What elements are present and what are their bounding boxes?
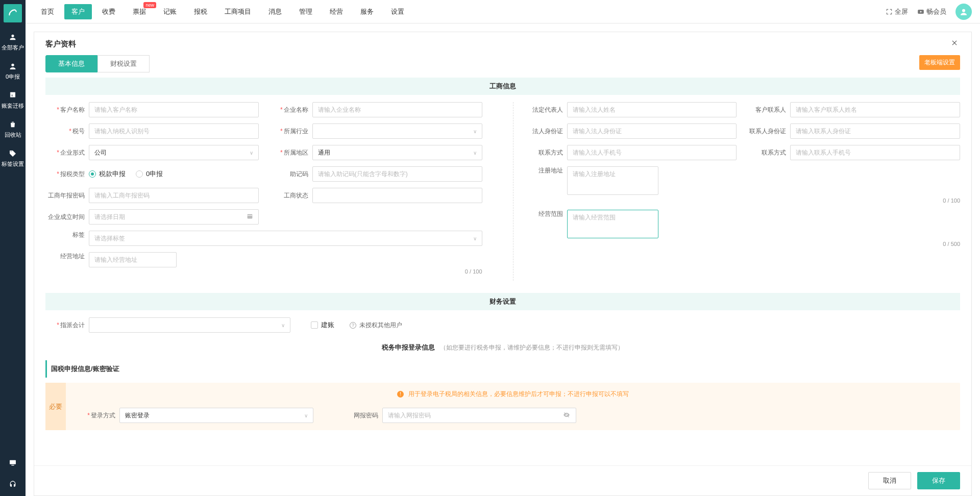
new-badge: new	[143, 2, 156, 8]
business-address-input[interactable]	[89, 252, 177, 267]
chevron-down-icon: ∨	[304, 413, 308, 418]
tab-basic-info[interactable]: 基本信息	[45, 55, 97, 72]
legal-rep-input[interactable]	[567, 102, 737, 117]
close-icon	[951, 39, 958, 46]
contact-way-1-input[interactable]	[567, 145, 737, 160]
label-customer-contact: 客户联系人	[747, 106, 790, 114]
sidebar-item-migrate[interactable]: 账套迁移	[0, 86, 26, 115]
sidebar-item-support[interactable]	[0, 475, 26, 496]
login-method-select[interactable]: 账密登录 ∨	[119, 408, 313, 423]
label-tags: 标签	[45, 231, 89, 239]
nav-invoices[interactable]: 票据 new	[126, 4, 153, 19]
annual-pwd-input[interactable]	[89, 188, 259, 203]
checkbox-create-books[interactable]: 建账	[311, 320, 334, 330]
nav-fees[interactable]: 收费	[95, 4, 122, 19]
required-tag: 必要	[45, 383, 66, 430]
customer-contact-input[interactable]	[790, 102, 960, 117]
label-customer-name: 客户名称	[45, 106, 89, 114]
users-icon	[8, 33, 17, 42]
label-web-pwd: 网报密码	[344, 411, 382, 420]
checkbox-icon	[311, 321, 318, 329]
topnav: 首页 客户 收费 票据 new 记账 报税 工商项目 消息 管理 经营 服务 设…	[26, 0, 980, 23]
label-tax-id: 税号	[45, 127, 89, 136]
status-input[interactable]	[312, 188, 482, 203]
chevron-down-icon: ∨	[473, 236, 477, 241]
label-login-method: 登录方式	[81, 411, 119, 420]
mnemonic-input[interactable]	[312, 166, 482, 182]
migrate-icon	[8, 91, 17, 100]
sidebar-item-label: 回收站	[0, 131, 26, 139]
close-button[interactable]	[951, 39, 960, 48]
sidebar-item-tags[interactable]: 标签设置	[0, 144, 26, 173]
avatar[interactable]	[955, 4, 972, 20]
region-select[interactable]: 通用 ∨	[312, 145, 482, 160]
assign-accountant-select[interactable]: ∨	[89, 317, 290, 333]
founded-date-input[interactable]: 请选择日期	[89, 209, 259, 225]
radio-icon	[89, 170, 96, 178]
radio-icon	[136, 170, 143, 178]
nav-services[interactable]: 服务	[353, 4, 381, 19]
chevron-down-icon: ∨	[473, 129, 477, 134]
nav-business-projects[interactable]: 工商项目	[217, 4, 258, 19]
label-business-address: 经营地址	[45, 252, 89, 261]
customer-name-input[interactable]	[89, 102, 259, 117]
tab-finance-settings[interactable]: 财税设置	[97, 55, 150, 72]
app-logo[interactable]	[4, 4, 22, 22]
web-pwd-input[interactable]	[382, 408, 576, 423]
nav-settings[interactable]: 设置	[384, 4, 411, 19]
industry-select[interactable]: ∨	[312, 123, 482, 139]
sidebar-item-monitor[interactable]	[0, 453, 26, 475]
tag-icon	[8, 149, 17, 158]
label-founded-date: 企业成立时间	[45, 213, 89, 221]
tags-select[interactable]: 请选择标签 ∨	[89, 231, 482, 246]
legal-id-input[interactable]	[567, 123, 737, 139]
radio-zero-declare[interactable]: 0申报	[136, 169, 163, 179]
user-circle-icon	[8, 62, 17, 71]
no-auth-text: 未授权其他用户	[359, 321, 402, 330]
enterprise-form-select[interactable]: 公司 ∨	[89, 145, 259, 160]
cancel-button[interactable]: 取消	[868, 472, 911, 489]
nav-messages[interactable]: 消息	[261, 4, 289, 19]
label-reg-address: 注册地址	[524, 166, 567, 175]
section-heading-business: 工商信息	[45, 78, 960, 95]
sidebar: 全部客户 0申报 账套迁移 回收站 标签设置	[0, 0, 26, 496]
fullscreen-icon	[886, 8, 893, 15]
headset-icon	[8, 480, 17, 489]
char-count: 0 / 500	[567, 241, 961, 247]
nav-customers[interactable]: 客户	[64, 4, 92, 19]
sidebar-item-zero-declare[interactable]: 0申报	[0, 57, 26, 86]
radio-tax-declare[interactable]: 税款申报	[89, 169, 126, 179]
toggle-password-visibility[interactable]	[563, 411, 570, 420]
label-status: 工商状态	[269, 191, 312, 200]
business-scope-input[interactable]	[567, 210, 658, 238]
save-button[interactable]: 保存	[917, 472, 960, 489]
nav-home[interactable]: 首页	[34, 4, 61, 19]
nav-manage[interactable]: 管理	[292, 4, 320, 19]
warning-icon: !	[397, 391, 404, 398]
label-enterprise-name: 企业名称	[269, 106, 312, 114]
label-annual-pwd: 工商年报密码	[45, 191, 89, 200]
nav-tax[interactable]: 报税	[187, 4, 214, 19]
fullscreen-button[interactable]: 全屏	[886, 7, 908, 16]
bosspad-settings-button[interactable]: 老板端设置	[919, 55, 960, 70]
label-tax-type: 报税类型	[45, 170, 89, 179]
svg-rect-7	[247, 214, 252, 219]
eye-off-icon	[563, 411, 570, 418]
contact-id-input[interactable]	[790, 123, 960, 139]
label-mnemonic: 助记码	[269, 170, 312, 179]
sidebar-item-all-customers[interactable]: 全部客户	[0, 28, 26, 57]
nav-bookkeeping[interactable]: 记账	[156, 4, 184, 19]
play-icon	[917, 8, 924, 15]
sidebar-item-trash[interactable]: 回收站	[0, 115, 26, 144]
char-count: 0 / 100	[567, 197, 961, 204]
membership-button[interactable]: 畅会员	[917, 7, 946, 16]
contact-way-2-input[interactable]	[790, 145, 960, 160]
reg-address-input[interactable]	[567, 166, 658, 195]
label-legal-rep: 法定代表人	[524, 106, 567, 114]
nav-operate[interactable]: 经营	[323, 4, 350, 19]
label-contact-way-1: 联系方式	[524, 148, 567, 157]
tax-id-input[interactable]	[89, 123, 259, 139]
enterprise-name-input[interactable]	[312, 102, 482, 117]
label-business-scope: 经营范围	[524, 210, 567, 218]
sidebar-item-label: 0申报	[0, 73, 26, 81]
